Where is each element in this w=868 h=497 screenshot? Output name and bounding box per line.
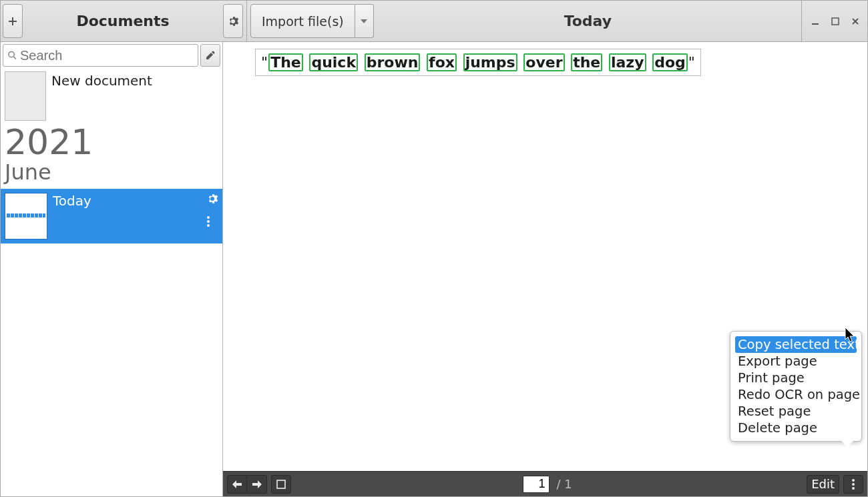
import-dropdown-button[interactable] xyxy=(355,4,374,38)
page-more-button[interactable] xyxy=(843,475,863,494)
minimize-icon xyxy=(811,17,819,25)
ocr-quote-open: " xyxy=(261,54,268,71)
edit-icon xyxy=(205,50,216,61)
search-row xyxy=(1,42,222,69)
sidebar-year: 2021 xyxy=(1,123,222,159)
new-document-label: New document xyxy=(51,71,152,89)
next-page-button[interactable] xyxy=(247,475,267,494)
caret-down-icon xyxy=(361,19,367,23)
page-number-input[interactable] xyxy=(523,476,550,493)
document-page: "The quick brown fox jumps over the lazy… xyxy=(255,49,701,76)
ocr-word[interactable]: jumps xyxy=(463,53,517,71)
gear-icon xyxy=(206,193,218,205)
close-button[interactable] xyxy=(847,13,863,29)
maximize-button[interactable] xyxy=(827,13,843,29)
svg-point-9 xyxy=(852,483,855,486)
plus-icon xyxy=(7,16,18,27)
menu-item-print-page[interactable]: Print page xyxy=(735,370,857,386)
ocr-word[interactable]: over xyxy=(523,53,564,71)
minimize-button[interactable] xyxy=(807,13,823,29)
sidebar-new-document[interactable]: New document xyxy=(1,69,222,123)
ocr-word[interactable]: quick xyxy=(309,53,358,71)
import-split-button: Import file(s) xyxy=(250,4,374,38)
svg-point-6 xyxy=(207,224,210,227)
svg-point-2 xyxy=(9,51,14,57)
svg-rect-1 xyxy=(832,18,839,25)
ocr-quote-close: " xyxy=(688,54,695,71)
sidebar-month: June xyxy=(1,159,222,189)
rename-button[interactable] xyxy=(200,44,220,67)
page-title: Today xyxy=(376,1,800,41)
maximize-icon xyxy=(831,17,839,25)
fullscreen-button[interactable] xyxy=(271,475,291,494)
header-divider xyxy=(246,1,247,41)
svg-rect-7 xyxy=(277,480,285,488)
close-icon xyxy=(851,17,859,25)
sidebar: New document 2021 June Today xyxy=(1,42,223,496)
ocr-text-line[interactable]: "The quick brown fox jumps over the lazy… xyxy=(261,54,695,71)
more-vertical-icon xyxy=(206,215,210,227)
page-context-menu: Copy selected textExport pagePrint pageR… xyxy=(730,331,862,442)
ocr-word[interactable]: The xyxy=(268,53,303,71)
ocr-word[interactable]: the xyxy=(571,53,602,71)
search-icon xyxy=(7,50,17,61)
svg-point-4 xyxy=(207,216,210,219)
header-bar: Documents Import file(s) Today xyxy=(1,1,867,42)
body: New document 2021 June Today xyxy=(1,42,867,496)
sidebar-item-today[interactable]: Today xyxy=(1,189,222,243)
page-canvas[interactable]: "The quick brown fox jumps over the lazy… xyxy=(223,42,867,471)
menu-item-copy-selected-text[interactable]: Copy selected text xyxy=(735,336,857,353)
new-document-thumbnail xyxy=(5,71,46,121)
bottom-toolbar: / 1 Edit xyxy=(223,471,867,496)
thumbnail-text-preview xyxy=(7,213,45,217)
header-divider-right xyxy=(801,1,802,41)
ocr-word[interactable]: brown xyxy=(365,53,421,71)
arrow-right-icon xyxy=(252,480,262,488)
item-more-button[interactable] xyxy=(206,215,218,227)
window-controls xyxy=(803,1,867,41)
fullscreen-icon xyxy=(276,480,286,489)
nav-button-group xyxy=(227,475,267,494)
ocr-word[interactable]: fox xyxy=(427,53,457,71)
today-label: Today xyxy=(53,193,91,209)
gear-icon xyxy=(227,15,239,27)
item-settings-button[interactable] xyxy=(206,193,218,205)
import-button[interactable]: Import file(s) xyxy=(250,4,355,38)
edit-button[interactable]: Edit xyxy=(807,475,839,494)
search-input[interactable] xyxy=(20,48,194,63)
page-total-value: 1 xyxy=(564,477,572,491)
menu-item-delete-page[interactable]: Delete page xyxy=(735,420,857,436)
add-document-button[interactable] xyxy=(3,4,23,38)
today-thumbnail xyxy=(5,193,47,239)
svg-point-10 xyxy=(852,487,855,490)
menu-item-redo-ocr-on-page[interactable]: Redo OCR on page xyxy=(735,386,857,403)
more-vertical-icon xyxy=(852,479,855,490)
svg-point-5 xyxy=(207,220,210,223)
sidebar-item-actions xyxy=(206,193,218,227)
prev-page-button[interactable] xyxy=(227,475,247,494)
svg-rect-0 xyxy=(812,23,819,25)
svg-point-8 xyxy=(852,479,855,482)
edit-label: Edit xyxy=(811,477,835,491)
ocr-word[interactable]: dog xyxy=(652,53,688,71)
menu-item-reset-page[interactable]: Reset page xyxy=(735,403,857,420)
app-window: Documents Import file(s) Today xyxy=(0,0,868,497)
main-view: "The quick brown fox jumps over the lazy… xyxy=(223,42,867,496)
documents-title: Documents xyxy=(25,1,221,41)
ocr-word[interactable]: lazy xyxy=(609,53,646,71)
menu-item-export-page[interactable]: Export page xyxy=(735,353,857,370)
search-box[interactable] xyxy=(3,44,198,67)
page-total-label: / 1 xyxy=(554,477,574,491)
documents-settings-button[interactable] xyxy=(223,4,243,38)
arrow-left-icon xyxy=(232,480,242,488)
svg-line-3 xyxy=(13,57,16,59)
